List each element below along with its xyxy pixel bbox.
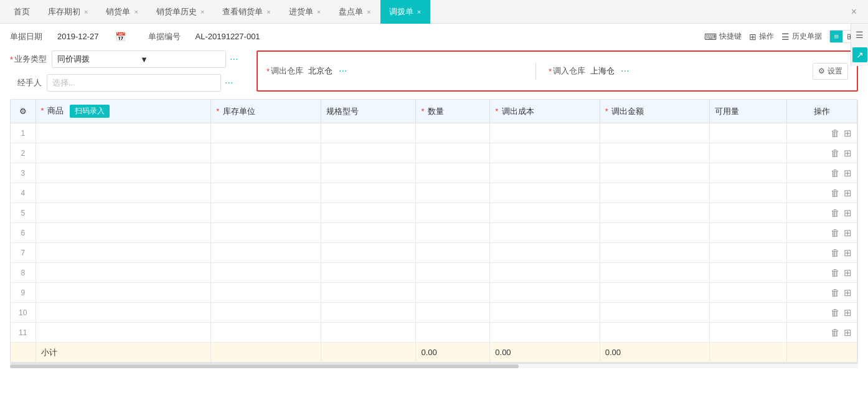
row-amount[interactable]: [600, 263, 709, 283]
row-product[interactable]: [35, 303, 211, 323]
view-list-icon[interactable]: ≡: [830, 31, 843, 42]
delete-icon[interactable]: 🗑: [831, 327, 840, 338]
row-spec[interactable]: [321, 263, 416, 283]
col-settings[interactable]: ⚙: [11, 100, 35, 123]
row-amount[interactable]: [600, 323, 709, 343]
operations-button[interactable]: ⊞ 操作: [749, 31, 774, 42]
copy-icon[interactable]: ⊞: [844, 247, 852, 259]
person-more-button[interactable]: ···: [221, 77, 237, 88]
copy-icon[interactable]: ⊞: [844, 207, 852, 219]
copy-icon[interactable]: ⊞: [844, 188, 852, 199]
row-cost[interactable]: [490, 323, 600, 343]
row-product[interactable]: [35, 323, 211, 343]
biz-type-more-button[interactable]: ···: [226, 54, 242, 65]
row-unit[interactable]: [211, 203, 321, 223]
delete-icon[interactable]: 🗑: [831, 307, 840, 318]
copy-icon[interactable]: ⊞: [844, 287, 852, 298]
row-qty[interactable]: [416, 163, 490, 183]
row-amount[interactable]: [600, 243, 709, 263]
row-unit[interactable]: [211, 323, 321, 343]
tab-close-icon[interactable]: ×: [84, 8, 88, 16]
row-qty[interactable]: [416, 143, 490, 163]
horizontal-scrollbar[interactable]: [10, 363, 858, 368]
in-warehouse-value[interactable]: 上海仓: [590, 65, 615, 77]
row-unit[interactable]: [211, 303, 321, 323]
delete-icon[interactable]: 🗑: [831, 247, 840, 258]
row-qty[interactable]: [416, 323, 490, 343]
delete-icon[interactable]: 🗑: [831, 188, 840, 198]
row-qty[interactable]: [416, 243, 490, 263]
delete-icon[interactable]: 🗑: [831, 227, 840, 238]
out-warehouse-more-button[interactable]: ···: [335, 65, 351, 77]
tab-sales-history[interactable]: 销货单历史 ×: [148, 0, 214, 24]
row-spec[interactable]: [321, 163, 416, 183]
row-product[interactable]: [35, 123, 211, 143]
delete-icon[interactable]: 🗑: [831, 207, 840, 218]
row-qty[interactable]: [416, 223, 490, 243]
row-unit[interactable]: [211, 163, 321, 183]
out-warehouse-value[interactable]: 北京仓: [308, 65, 333, 77]
row-cost[interactable]: [490, 143, 600, 163]
row-cost[interactable]: [490, 303, 600, 323]
row-spec[interactable]: [321, 323, 416, 343]
row-amount[interactable]: [600, 123, 709, 143]
row-cost[interactable]: [490, 123, 600, 143]
row-cost[interactable]: [490, 203, 600, 223]
row-unit[interactable]: [211, 143, 321, 163]
row-spec[interactable]: [321, 203, 416, 223]
row-cost[interactable]: [490, 263, 600, 283]
row-spec[interactable]: [321, 243, 416, 263]
row-unit[interactable]: [211, 263, 321, 283]
row-cost[interactable]: [490, 163, 600, 183]
tab-close-icon[interactable]: ×: [317, 8, 321, 16]
row-amount[interactable]: [600, 203, 709, 223]
tab-close-icon[interactable]: ×: [200, 8, 204, 16]
tab-close-icon[interactable]: ×: [267, 8, 270, 16]
copy-icon[interactable]: ⊞: [844, 128, 852, 139]
copy-icon[interactable]: ⊞: [844, 148, 852, 159]
settings-button[interactable]: ⚙ 设置: [813, 63, 848, 80]
tab-home[interactable]: 首页: [5, 0, 39, 24]
row-qty[interactable]: [416, 203, 490, 223]
row-amount[interactable]: [600, 183, 709, 203]
row-product[interactable]: [35, 283, 211, 303]
delete-icon[interactable]: 🗑: [831, 168, 840, 178]
row-qty[interactable]: [416, 303, 490, 323]
delete-icon[interactable]: 🗑: [831, 267, 840, 278]
row-spec[interactable]: [321, 123, 416, 143]
copy-icon[interactable]: ⊞: [844, 327, 852, 338]
history-button[interactable]: ☰ 历史单据: [781, 31, 822, 42]
row-amount[interactable]: [600, 223, 709, 243]
row-unit[interactable]: [211, 283, 321, 303]
row-spec[interactable]: [321, 303, 416, 323]
row-cost[interactable]: [490, 223, 600, 243]
row-product[interactable]: [35, 143, 211, 163]
row-spec[interactable]: [321, 223, 416, 243]
shortcuts-button[interactable]: ⌨ 快捷键: [704, 31, 742, 42]
scrollbar-thumb[interactable]: [10, 364, 519, 368]
in-warehouse-more-button[interactable]: ···: [617, 65, 633, 77]
scan-button[interactable]: 扫码录入: [70, 105, 110, 118]
row-qty[interactable]: [416, 183, 490, 203]
person-select[interactable]: 选择...: [47, 74, 221, 92]
row-unit[interactable]: [211, 223, 321, 243]
tab-close-icon[interactable]: ×: [134, 8, 138, 16]
tab-close-icon[interactable]: ×: [417, 8, 421, 16]
row-cost[interactable]: [490, 243, 600, 263]
row-unit[interactable]: [211, 183, 321, 203]
row-product[interactable]: [35, 243, 211, 263]
row-spec[interactable]: [321, 183, 416, 203]
row-amount[interactable]: [600, 283, 709, 303]
delete-icon[interactable]: 🗑: [831, 287, 840, 298]
row-cost[interactable]: [490, 283, 600, 303]
biz-type-select[interactable]: 同价调拨 ▼: [52, 50, 226, 68]
row-unit[interactable]: [211, 123, 321, 143]
delete-icon[interactable]: 🗑: [831, 148, 840, 158]
row-qty[interactable]: [416, 283, 490, 303]
copy-icon[interactable]: ⊞: [844, 267, 852, 278]
row-product[interactable]: [35, 183, 211, 203]
tab-transfer[interactable]: 调拨单 ×: [380, 0, 430, 24]
table-settings-icon[interactable]: ⚙: [19, 107, 27, 116]
side-export-icon[interactable]: ↗: [852, 47, 867, 62]
calendar-icon[interactable]: 📅: [115, 32, 126, 42]
